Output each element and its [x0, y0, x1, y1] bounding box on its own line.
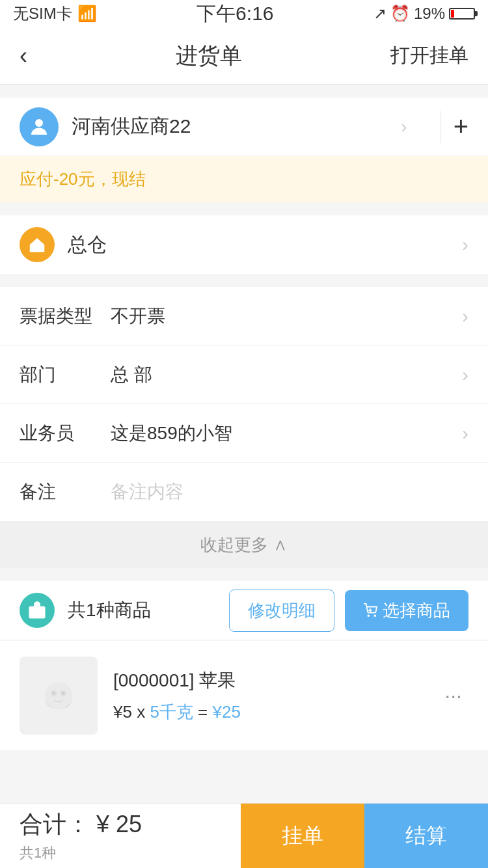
product-code: [0000001] — [113, 670, 195, 690]
invoice-chevron-icon: › — [462, 305, 468, 327]
footer-total-value: ¥ 25 — [96, 811, 142, 837]
product-name: [0000001] 苹果 — [113, 668, 438, 693]
dept-label: 部门 — [20, 362, 111, 387]
section-gap-1 — [0, 85, 488, 98]
hang-button[interactable]: 挂单 — [241, 804, 364, 868]
product-total: ¥25 — [213, 702, 241, 722]
select-product-label: 选择商品 — [383, 599, 450, 622]
supplier-name[interactable]: 河南供应商22 — [72, 113, 401, 140]
staff-chevron-icon: › — [462, 422, 468, 444]
supplier-section: 河南供应商22 › + — [0, 98, 488, 156]
nav-bar: ‹ 进货单 打开挂单 — [0, 27, 488, 85]
back-button[interactable]: ‹ — [20, 42, 27, 70]
collapse-button[interactable]: 收起更多 ∧ — [0, 521, 488, 568]
footer: 合计： ¥ 25 共1种 挂单 结算 — [0, 803, 488, 868]
open-pending-button[interactable]: 打开挂单 — [390, 42, 468, 69]
product-more-button[interactable]: ··· — [438, 677, 468, 714]
svg-point-10 — [45, 682, 72, 709]
bag-icon — [27, 601, 47, 620]
section-gap-2 — [0, 202, 488, 215]
product-unit-price: ¥5 — [113, 702, 132, 722]
svg-point-0 — [35, 119, 43, 127]
product-thumb-icon — [39, 676, 78, 715]
product-qty: 5千克 — [150, 702, 193, 722]
battery-icon — [449, 8, 475, 20]
status-bar-right: ↗ ⏰ 19% — [373, 5, 475, 23]
status-bar: 无SIM卡 📶 下午6:16 ↗ ⏰ 19% — [0, 0, 488, 27]
select-product-button[interactable]: 选择商品 — [345, 590, 468, 631]
warehouse-icon — [20, 227, 55, 262]
supplier-divider — [440, 111, 441, 143]
cart-icon — [363, 603, 377, 617]
person-icon — [27, 115, 51, 139]
remark-input[interactable]: 备注内容 — [111, 480, 468, 504]
add-supplier-button[interactable]: + — [454, 112, 468, 141]
svg-point-13 — [52, 692, 55, 695]
checkout-button[interactable]: 结算 — [364, 804, 488, 868]
supplier-avatar — [20, 107, 59, 146]
footer-total-label: 合计： — [20, 811, 90, 837]
products-header: 共1种商品 修改明细 选择商品 — [0, 581, 488, 640]
edit-detail-button[interactable]: 修改明细 — [229, 590, 334, 632]
products-icon — [20, 593, 55, 628]
dept-value: 总 部 — [111, 362, 462, 387]
main-content: 河南供应商22 › + 应付-20元，现结 总仓 › 票据类型 不开票 › 部门… — [0, 85, 488, 815]
svg-rect-1 — [34, 247, 40, 252]
home-icon — [27, 235, 47, 254]
status-bar-time: 下午6:16 — [197, 1, 273, 27]
invoice-label: 票据类型 — [20, 304, 111, 329]
dept-chevron-icon: › — [462, 364, 468, 386]
remark-label: 备注 — [20, 480, 111, 504]
invoice-row[interactable]: 票据类型 不开票 › — [0, 287, 488, 346]
section-gap-4 — [0, 568, 488, 581]
footer-count: 共1种 — [20, 843, 221, 863]
dept-row[interactable]: 部门 总 部 › — [0, 346, 488, 404]
alarm-icon: ⏰ — [390, 5, 410, 23]
products-count: 共1种商品 — [68, 598, 229, 623]
footer-total: 合计： ¥ 25 共1种 — [0, 804, 241, 868]
product-item: [0000001] 苹果 ¥5 x 5千克 = ¥25 ··· — [0, 641, 488, 750]
product-thumbnail — [20, 657, 98, 735]
warehouse-section[interactable]: 总仓 › — [0, 215, 488, 274]
svg-rect-2 — [29, 606, 46, 619]
battery-percent: 19% — [414, 5, 445, 23]
status-bar-left: 无SIM卡 📶 — [13, 3, 97, 24]
page-title: 进货单 — [176, 41, 242, 71]
staff-row[interactable]: 业务员 这是859的小智 › — [0, 404, 488, 463]
supplier-chevron-icon: › — [401, 116, 407, 137]
svg-point-3 — [368, 615, 369, 616]
alert-banner: 应付-20元，现结 — [0, 156, 488, 202]
staff-value: 这是859的小智 — [111, 421, 462, 446]
svg-point-4 — [374, 615, 375, 616]
carrier-label: 无SIM卡 — [13, 3, 72, 24]
product-price: ¥5 x 5千克 = ¥25 — [113, 701, 438, 724]
product-equals: = — [198, 702, 212, 722]
warehouse-name: 总仓 — [68, 232, 462, 258]
product-title: 苹果 — [199, 670, 236, 690]
form-section: 票据类型 不开票 › 部门 总 部 › 业务员 这是859的小智 › 备注 备注… — [0, 287, 488, 521]
footer-amount: 合计： ¥ 25 — [20, 809, 221, 841]
location-icon: ↗ — [373, 5, 386, 23]
svg-point-14 — [62, 692, 65, 695]
staff-label: 业务员 — [20, 421, 111, 446]
remark-row[interactable]: 备注 备注内容 — [0, 463, 488, 521]
wifi-icon: 📶 — [77, 5, 97, 23]
product-info: [0000001] 苹果 ¥5 x 5千克 = ¥25 — [113, 668, 438, 724]
warehouse-chevron-icon: › — [462, 234, 468, 256]
product-multiply: x — [137, 702, 150, 722]
section-gap-3 — [0, 274, 488, 287]
invoice-value: 不开票 — [111, 304, 462, 329]
